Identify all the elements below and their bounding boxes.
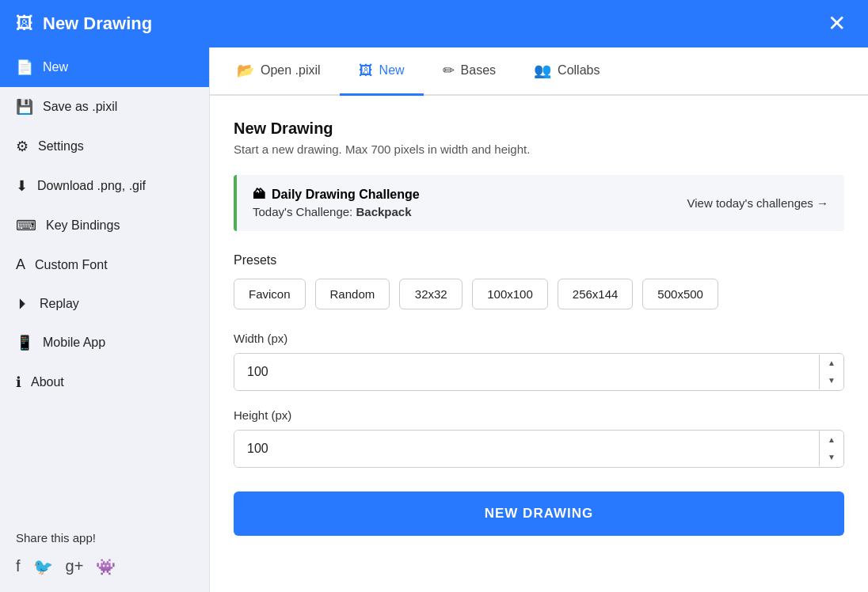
height-input-row: ▲ ▼	[234, 430, 844, 468]
sidebar-icon-key-bindings: ⌨	[16, 217, 36, 234]
googleplus-icon[interactable]: g+	[66, 557, 84, 576]
sidebar-label-settings: Settings	[38, 139, 84, 154]
width-input-row: ▲ ▼	[234, 353, 844, 391]
preset-button-random[interactable]: Random	[315, 279, 390, 309]
tab-open-pixil[interactable]: 📂Open .pixil	[218, 47, 340, 96]
sidebar-label-new: New	[43, 60, 68, 74]
close-button[interactable]: ✕	[821, 9, 852, 38]
sidebar: 📄New💾Save as .pixil⚙Settings⬇Download .p…	[0, 47, 210, 592]
width-down-button[interactable]: ▼	[820, 372, 843, 389]
preset-button-500x500[interactable]: 500x500	[642, 279, 718, 309]
tab-icon-new: 🖼	[359, 63, 373, 79]
sidebar-item-about[interactable]: ℹAbout	[0, 362, 209, 402]
sidebar-icon-custom-font: A	[16, 256, 25, 273]
preset-button-favicon[interactable]: Favicon	[234, 279, 306, 309]
width-input[interactable]	[234, 354, 819, 390]
challenge-title: 🏔 Daily Drawing Challenge	[253, 188, 420, 202]
height-input[interactable]	[234, 431, 819, 467]
preset-button-32x32[interactable]: 32x32	[399, 279, 463, 309]
tab-bases[interactable]: ✏Bases	[424, 47, 515, 96]
presets-row: FaviconRandom32x32100x100256x144500x500	[234, 279, 844, 309]
height-down-button[interactable]: ▼	[820, 449, 843, 466]
challenge-left: 🏔 Daily Drawing Challenge Today's Challe…	[253, 188, 420, 218]
tab-icon-open-pixil: 📂	[237, 62, 254, 79]
height-label: Height (px)	[234, 408, 844, 422]
tab-icon-bases: ✏	[443, 62, 455, 79]
tab-label-bases: Bases	[461, 63, 496, 78]
title-bar: 🖼 New Drawing ✕	[0, 0, 868, 47]
section-subtitle: Start a new drawing. Max 700 pixels in w…	[234, 142, 844, 156]
sidebar-label-custom-font: Custom Font	[35, 258, 108, 272]
facebook-icon[interactable]: f	[16, 557, 21, 576]
challenge-title-text: Daily Drawing Challenge	[272, 188, 420, 202]
section-title: New Drawing	[234, 120, 844, 138]
content-area: 📂Open .pixil🖼New✏Bases👥Collabs New Drawi…	[210, 47, 868, 592]
tab-new[interactable]: 🖼New	[340, 47, 424, 96]
height-spinner: ▲ ▼	[819, 431, 843, 466]
tab-label-new: New	[379, 63, 405, 78]
reddit-icon[interactable]: 👾	[96, 557, 116, 576]
challenge-banner: 🏔 Daily Drawing Challenge Today's Challe…	[234, 175, 844, 231]
sidebar-icon-settings: ⚙	[16, 138, 29, 155]
sidebar-item-download[interactable]: ⬇Download .png, .gif	[0, 166, 209, 206]
sidebar-label-key-bindings: Key Bindings	[46, 218, 120, 233]
sidebar-item-save-as[interactable]: 💾Save as .pixil	[0, 87, 209, 127]
width-up-button[interactable]: ▲	[820, 355, 843, 372]
sidebar-label-download: Download .png, .gif	[37, 179, 146, 193]
drawing-icon: 🖼	[16, 13, 33, 34]
window-title: New Drawing	[43, 13, 152, 34]
sidebar-icon-download: ⬇	[16, 177, 28, 195]
tab-label-collabs: Collabs	[558, 63, 600, 78]
sidebar-item-custom-font[interactable]: ACustom Font	[0, 245, 209, 284]
tab-icon-collabs: 👥	[534, 62, 551, 79]
sidebar-item-mobile-app[interactable]: 📱Mobile App	[0, 323, 209, 362]
sidebar-item-new[interactable]: 📄New	[0, 47, 209, 87]
main-content: New Drawing Start a new drawing. Max 700…	[210, 96, 868, 592]
presets-label: Presets	[234, 253, 844, 268]
twitter-icon[interactable]: 🐦	[33, 557, 53, 576]
social-icons: f 🐦 g+ 👾	[0, 551, 209, 592]
height-up-button[interactable]: ▲	[820, 431, 843, 449]
sidebar-item-settings[interactable]: ⚙Settings	[0, 127, 209, 166]
sidebar-label-mobile-app: Mobile App	[43, 336, 105, 350]
sidebar-label-save-as: Save as .pixil	[43, 100, 117, 114]
main-layout: 📄New💾Save as .pixil⚙Settings⬇Download .p…	[0, 47, 868, 592]
challenge-subtitle: Today's Challenge: Backpack	[253, 205, 420, 218]
new-drawing-button[interactable]: NEW DRAWING	[234, 491, 844, 536]
tabs-bar: 📂Open .pixil🖼New✏Bases👥Collabs	[210, 47, 868, 96]
preset-button-100x100[interactable]: 100x100	[472, 279, 548, 309]
sidebar-icon-new: 📄	[16, 59, 33, 76]
sidebar-icon-about: ℹ	[16, 374, 21, 391]
challenge-link[interactable]: View today's challenges →	[687, 196, 828, 210]
sidebar-icon-save-as: 💾	[16, 98, 33, 116]
challenge-icon: 🏔	[253, 188, 265, 202]
share-label: Share this app!	[0, 518, 209, 551]
preset-button-256x144[interactable]: 256x144	[558, 279, 634, 309]
width-label: Width (px)	[234, 332, 844, 345]
tab-label-open-pixil: Open .pixil	[261, 63, 321, 78]
sidebar-icon-mobile-app: 📱	[16, 334, 33, 351]
sidebar-item-key-bindings[interactable]: ⌨Key Bindings	[0, 206, 209, 245]
sidebar-icon-replay: ⏵	[16, 295, 30, 312]
tab-collabs[interactable]: 👥Collabs	[515, 47, 619, 96]
sidebar-label-about: About	[31, 375, 64, 389]
sidebar-item-replay[interactable]: ⏵Replay	[0, 284, 209, 323]
width-spinner: ▲ ▼	[819, 355, 843, 389]
sidebar-label-replay: Replay	[40, 297, 79, 311]
title-bar-left: 🖼 New Drawing	[16, 13, 152, 34]
